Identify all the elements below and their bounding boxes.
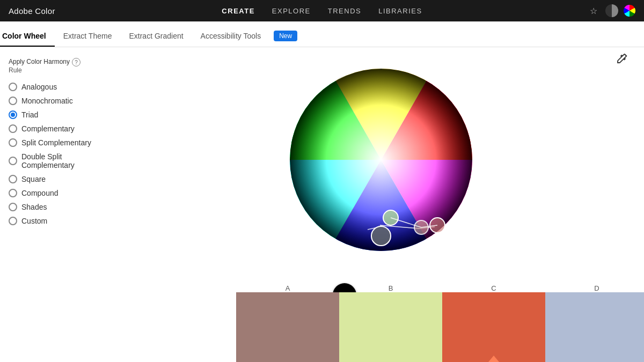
swatch-label-b: B <box>339 284 442 292</box>
option-square[interactable]: Square <box>9 175 109 183</box>
nav-libraries[interactable]: LIBRARIES <box>378 7 422 15</box>
radio-compound <box>9 189 17 197</box>
label-triad: Triad <box>21 110 38 119</box>
tab-color-wheel[interactable]: Color Wheel <box>0 32 55 47</box>
nav-create[interactable]: CREATE <box>222 7 254 15</box>
radio-double-split-complementary <box>9 157 17 165</box>
label-complementary: Complementary <box>21 124 75 133</box>
radio-complementary <box>9 124 17 133</box>
help-icon[interactable]: ? <box>72 58 80 67</box>
option-monochromatic[interactable]: Monochromatic <box>9 97 109 105</box>
label-compound: Compound <box>21 189 58 197</box>
option-analogous[interactable]: Analogous <box>9 83 109 91</box>
nav-links: CREATE EXPLORE TRENDS LIBRARIES <box>222 7 422 15</box>
main-content: Apply Color Harmony ? Rule Analogous Mon… <box>0 47 644 362</box>
swatches-row <box>236 292 644 362</box>
label-split-complementary: Split Complementary <box>21 138 91 147</box>
nav-trends[interactable]: TRENDS <box>328 7 361 15</box>
option-split-complementary[interactable]: Split Complementary <box>9 138 109 147</box>
star-button[interactable]: ☆ <box>587 4 600 17</box>
option-custom[interactable]: Custom <box>9 217 109 225</box>
swatch-c[interactable] <box>442 292 545 362</box>
swatch-label-d: D <box>545 284 644 292</box>
top-nav: Adobe Color CREATE EXPLORE TRENDS LIBRAR… <box>0 0 644 21</box>
option-triad[interactable]: Triad <box>9 110 109 119</box>
radio-custom <box>9 217 17 225</box>
center-area: A B C D E <box>118 47 644 362</box>
label-shades: Shades <box>21 203 47 211</box>
svg-point-8 <box>371 226 391 246</box>
harmony-subtitle: Rule <box>9 67 109 74</box>
radio-monochromatic <box>9 97 17 105</box>
label-custom: Custom <box>21 217 47 225</box>
left-sidebar: Apply Color Harmony ? Rule Analogous Mon… <box>0 47 118 362</box>
radio-analogous <box>9 83 17 91</box>
swatch-d[interactable] <box>545 292 644 362</box>
tab-accessibility-tools[interactable]: Accessibility Tools <box>192 32 270 47</box>
swatch-b[interactable] <box>339 292 442 362</box>
eyedropper-button[interactable] <box>615 53 628 68</box>
color-app-icon[interactable] <box>624 5 635 17</box>
tab-extract-gradient[interactable]: Extract Gradient <box>120 32 192 47</box>
swatch-a[interactable] <box>236 292 339 362</box>
color-wheel[interactable] <box>290 69 472 251</box>
harmony-title: Apply Color Harmony <box>9 58 70 65</box>
option-double-split-complementary[interactable]: Double Split Complementary <box>9 152 109 169</box>
option-complementary[interactable]: Complementary <box>9 124 109 133</box>
tab-extract-theme[interactable]: Extract Theme <box>55 32 121 47</box>
color-wheel-svg <box>290 69 472 251</box>
harmony-options: Analogous Monochromatic Triad Complement… <box>9 83 109 225</box>
label-double-split-complementary: Double Split Complementary <box>21 152 109 169</box>
radio-square <box>9 175 17 183</box>
label-monochromatic: Monochromatic <box>21 97 73 105</box>
new-badge[interactable]: New <box>274 31 297 41</box>
star-icon: ☆ <box>590 6 597 16</box>
tabs-bar: Color Wheel Extract Theme Extract Gradie… <box>0 21 644 47</box>
app-title: Adobe Color <box>9 6 55 16</box>
swatch-label-c: C <box>442 284 545 292</box>
nav-icons: ☆ <box>587 4 635 17</box>
radio-shades <box>9 203 17 211</box>
label-analogous: Analogous <box>21 83 57 91</box>
option-shades[interactable]: Shades <box>9 203 109 211</box>
radio-triad <box>9 110 17 119</box>
nav-explore[interactable]: EXPLORE <box>272 7 311 15</box>
swatch-labels-row: A B C D E <box>236 284 644 292</box>
label-square: Square <box>21 175 46 183</box>
theme-toggle[interactable] <box>605 4 618 17</box>
radio-split-complementary <box>9 138 17 147</box>
swatch-label-a: A <box>236 284 339 292</box>
option-compound[interactable]: Compound <box>9 189 109 197</box>
